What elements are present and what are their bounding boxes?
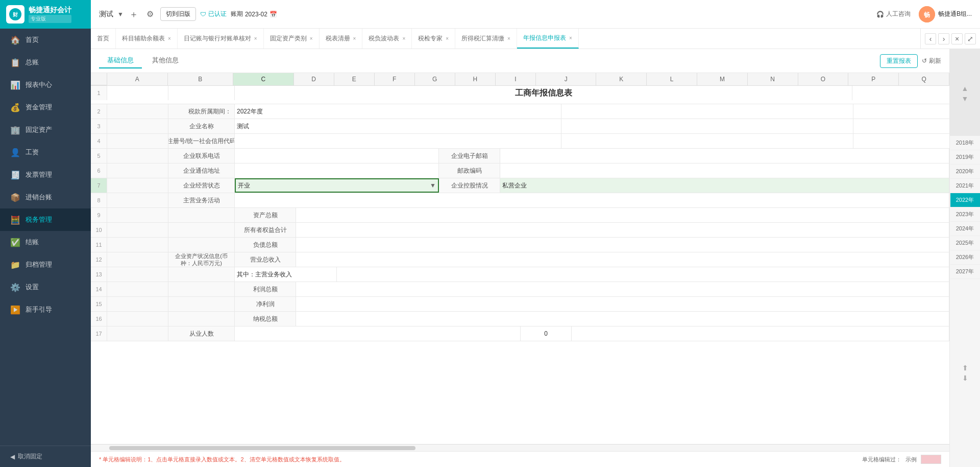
- col-header-o: O: [798, 73, 849, 85]
- cancel-fixed-btn[interactable]: ◀ 取消固定: [0, 448, 91, 467]
- topbar-dropdown[interactable]: ▼: [117, 11, 124, 18]
- col-header-n: N: [748, 73, 798, 85]
- tab-tax-table[interactable]: 税表清册 ×: [320, 29, 363, 49]
- tab-annual-report-close[interactable]: ×: [569, 35, 572, 41]
- cell-7-k[interactable]: 私营企业: [500, 178, 949, 193]
- year-item-2024[interactable]: 2024年: [950, 222, 980, 236]
- cell-7-c[interactable]: 开业 ▼: [235, 178, 439, 193]
- cell-11-b: [168, 238, 235, 252]
- tab-income-tax[interactable]: 所得税汇算清缴 ×: [455, 29, 517, 49]
- tab-bank-reconcile[interactable]: 日记账与银行对账单核对 ×: [178, 29, 264, 49]
- tab-tax-check-close[interactable]: ×: [446, 36, 449, 41]
- year-item-2022[interactable]: 2022年: [950, 193, 980, 207]
- sidebar-item-inventory[interactable]: 📦 进销台账: [0, 186, 91, 208]
- sidebar-item-guide[interactable]: ▶️ 新手引导: [0, 298, 91, 321]
- tab-tax-table-close[interactable]: ×: [353, 36, 356, 41]
- cell-6-k[interactable]: [500, 164, 949, 178]
- tab-tax-burden[interactable]: 税负波动表 ×: [362, 29, 412, 49]
- table-row: 12 企业资产状况信息(币种：人民币万元) 营业总收入: [91, 252, 949, 267]
- tab-prev-button[interactable]: ‹: [925, 33, 936, 44]
- cell-3-c[interactable]: 测试: [235, 119, 561, 133]
- tab-home[interactable]: 首页: [91, 29, 116, 49]
- row-num-8: 8: [91, 193, 107, 207]
- cell-17-c[interactable]: [235, 326, 521, 341]
- scroll-down-icon[interactable]: ⬇: [962, 374, 968, 382]
- tab-subject-balance[interactable]: 科目辅助余额表 ×: [116, 29, 178, 49]
- cell-2-a: [107, 104, 168, 119]
- year-item-2025[interactable]: 2025年: [950, 236, 980, 250]
- cell-13-d[interactable]: [337, 267, 949, 282]
- spreadsheet-wrapper[interactable]: A B C D E F G H I J K L M: [91, 73, 949, 444]
- tab-tax-burden-close[interactable]: ×: [402, 36, 405, 41]
- year-panel-up[interactable]: ▲: [962, 84, 969, 92]
- tab-subject-balance-close[interactable]: ×: [168, 36, 171, 41]
- invoice-icon: 🧾: [10, 170, 20, 180]
- sidebar-item-archive[interactable]: 📁 归档管理: [0, 253, 91, 276]
- sidebar-item-home[interactable]: 🏠 首页: [0, 29, 91, 51]
- cell-1-b[interactable]: [168, 86, 235, 100]
- year-item-2023[interactable]: 2023年: [950, 207, 980, 222]
- user-menu[interactable]: 畅 畅捷通B组...: [919, 6, 972, 22]
- year-item-2021[interactable]: 2021年: [950, 179, 980, 193]
- cell-17-b: 从业人数: [168, 326, 235, 341]
- cell-11-d[interactable]: [296, 238, 949, 252]
- tab-income-tax-close[interactable]: ×: [507, 36, 510, 41]
- cell-17-j[interactable]: 0: [521, 326, 572, 341]
- cell-1-a[interactable]: [107, 86, 168, 100]
- year-item-2027[interactable]: 2027年: [950, 265, 980, 279]
- col-header-d: D: [294, 73, 334, 85]
- cell-2-c[interactable]: 2022年度: [235, 104, 561, 119]
- cell-9-d[interactable]: [296, 208, 949, 222]
- example-cell: [921, 455, 941, 464]
- tab-fixed-assets[interactable]: 固定资产类别 ×: [264, 29, 320, 49]
- cell-4-c[interactable]: [235, 134, 561, 148]
- cell-16-d[interactable]: [296, 312, 949, 326]
- col-header-p: P: [848, 73, 899, 85]
- sidebar-item-reports[interactable]: 📊 报表中心: [0, 74, 91, 96]
- sidebar-item-settings[interactable]: ⚙️ 设置: [0, 276, 91, 298]
- tab-close-all-button[interactable]: ×: [951, 33, 963, 44]
- sidebar-item-payroll[interactable]: 👤 工资: [0, 141, 91, 164]
- tab-expand-button[interactable]: ⤢: [965, 33, 976, 44]
- tab-tax-check[interactable]: 税检专家 ×: [412, 29, 455, 49]
- cell-14-d[interactable]: [296, 282, 949, 296]
- dropdown-arrow-icon[interactable]: ▼: [430, 182, 436, 189]
- sidebar-item-invoice[interactable]: 🧾 发票管理: [0, 164, 91, 186]
- chevron-down-icon: ▼: [117, 11, 124, 18]
- tab-next-button[interactable]: ›: [938, 33, 949, 44]
- switch-version-button[interactable]: 切到旧版: [160, 7, 196, 21]
- add-tab-button[interactable]: ＋: [128, 8, 140, 20]
- year-item-2019[interactable]: 2019年: [950, 150, 980, 165]
- cell-5-c[interactable]: [235, 149, 439, 163]
- year-item-2020[interactable]: 2020年: [950, 165, 980, 179]
- sheet-tab-other[interactable]: 其他信息: [144, 53, 187, 68]
- reset-report-button[interactable]: 重置报表: [880, 54, 918, 68]
- row-num-11: 11: [91, 238, 107, 252]
- year-item-2026[interactable]: 2026年: [950, 250, 980, 265]
- cell-8-c[interactable]: [235, 193, 949, 207]
- sidebar-item-ledger[interactable]: 📋 总账: [0, 51, 91, 74]
- tab-annual-report[interactable]: 年报信息申报表 ×: [517, 29, 579, 49]
- sidebar-item-tax[interactable]: 🧮 税务管理: [0, 208, 91, 231]
- row-num-6: 6: [91, 164, 107, 178]
- year-item-2018[interactable]: 2018年: [950, 136, 980, 150]
- sidebar-item-assets[interactable]: 🏢 固定资产: [0, 119, 91, 141]
- cell-6-c[interactable]: [235, 164, 439, 178]
- tab-bank-reconcile-close[interactable]: ×: [254, 36, 257, 41]
- settings-button[interactable]: ⚙: [144, 8, 156, 20]
- cell-3-a: [107, 119, 168, 133]
- cell-5-k[interactable]: [500, 149, 949, 163]
- consult-button[interactable]: 🎧 人工咨询: [876, 10, 911, 18]
- cell-15-d[interactable]: [296, 297, 949, 311]
- sidebar-item-close[interactable]: ✅ 结账: [0, 231, 91, 253]
- h-scrollbar[interactable]: [91, 444, 949, 451]
- refresh-button[interactable]: ↺ 刷新: [922, 57, 941, 65]
- year-panel-down[interactable]: ▼: [962, 95, 969, 103]
- scroll-up-icon[interactable]: ⬆: [962, 364, 968, 372]
- cell-12-d[interactable]: [296, 252, 949, 267]
- cell-10-d[interactable]: [296, 223, 949, 237]
- calendar-icon[interactable]: 📅: [270, 11, 277, 18]
- tab-fixed-assets-close[interactable]: ×: [310, 36, 313, 41]
- sheet-tab-basic[interactable]: 基础信息: [99, 53, 142, 68]
- sidebar-item-funds[interactable]: 💰 资金管理: [0, 96, 91, 119]
